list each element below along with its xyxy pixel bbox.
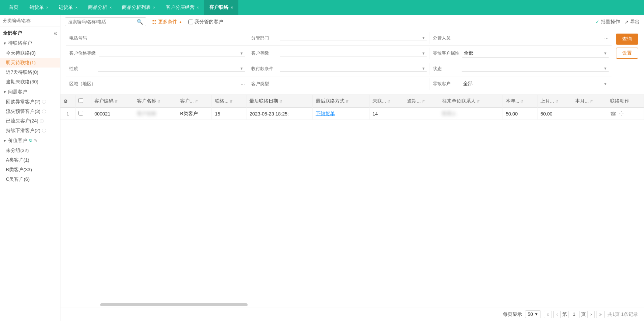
sidebar-item-declining[interactable]: 持续下滑客户(2) ⓘ <box>0 126 60 135</box>
sidebar-group-problem[interactable]: ▼ 问题客户 <box>0 87 60 97</box>
collapse-icon[interactable]: « <box>54 30 57 37</box>
col-last-contact-method-sort-icon[interactable]: ⇵ <box>346 99 349 103</box>
filter-status-select[interactable]: ▼ <box>462 66 609 72</box>
col-customer-type-sort-icon[interactable]: ⇵ <box>195 99 198 103</box>
col-this-year-sort-icon[interactable]: ⇵ <box>520 99 523 103</box>
nav-home[interactable]: 首页 <box>3 0 24 15</box>
page-last-btn[interactable]: » <box>596 311 605 318</box>
col-checkbox[interactable] <box>75 95 91 108</box>
sidebar-item-repurchase-abnormal[interactable]: 回购异常客户(2) ⓘ <box>0 97 60 107</box>
nav-purchase[interactable]: 进货单 × <box>53 0 83 15</box>
col-last-contact-date-sort-icon[interactable]: ⇵ <box>279 99 282 103</box>
col-last-contact-method-label: 最后联络方式 <box>316 98 344 104</box>
nav-product-analysis-list-close[interactable]: × <box>153 5 155 10</box>
value-edit-icon[interactable]: ✎ <box>34 138 38 143</box>
nav-product-analysis-close[interactable]: × <box>109 5 112 10</box>
filter-manager-dots[interactable]: ··· <box>604 35 609 41</box>
filter-retail-customer-select[interactable]: 全部 ▼ <box>462 80 609 88</box>
sidebar-item-unclassified[interactable]: 未分组(32) <box>0 146 60 155</box>
sidebar-group-value[interactable]: ▼ 价值客户 ↻ ✎ <box>0 135 60 146</box>
batch-op-btn[interactable]: ✓ 批量操作 <box>595 18 620 25</box>
sidebar-item-week[interactable]: 近7天待联络(0) <box>0 68 60 77</box>
sidebar-item-tomorrow[interactable]: 明天待联络(1) <box>0 58 60 68</box>
cell-checkbox[interactable] <box>75 108 91 120</box>
filter-region-dots[interactable]: ··· <box>241 81 245 87</box>
sidebar-item-today[interactable]: 今天待联络(0) <box>0 48 60 58</box>
nav-customer-contact[interactable]: 客户联络 × <box>204 0 238 15</box>
col-customer-name-sort-icon[interactable]: ⇵ <box>157 99 160 103</box>
pending-arrow: ▼ <box>3 41 7 45</box>
search-icon[interactable]: 🔍 <box>137 19 143 25</box>
col-not-contacted-sort-icon[interactable]: ⇵ <box>387 99 390 103</box>
col-settings[interactable]: ⚙ <box>60 95 75 108</box>
filter-retail-attr-select[interactable]: 全部 ▼ <box>462 49 609 58</box>
sidebar-group-pending[interactable]: ▼ 待联络客户 <box>0 38 60 48</box>
sidebar-item-churn-warning[interactable]: 流失预警客户(3) ⓘ <box>0 107 60 116</box>
sidebar-item-class-b[interactable]: B类客户(33) <box>0 165 60 175</box>
scroll-thumb[interactable] <box>100 303 248 306</box>
nav-sales-close[interactable]: × <box>46 5 48 10</box>
filter-customer-type-label: 客户类型 <box>251 81 277 87</box>
filter-retail-attr-value: 全部 <box>464 50 473 56</box>
toolbar-right: ✓ 批量操作 ↗ 导出 <box>595 18 640 25</box>
nav-product-analysis-list[interactable]: 商品分析列表 × <box>117 0 160 15</box>
sidebar-item-class-a[interactable]: A类客户(1) <box>0 155 60 165</box>
page-first-btn[interactable]: « <box>544 311 552 318</box>
action-grid-icon[interactable]: ⁛ <box>619 111 623 117</box>
nav-customer-segment[interactable]: 客户分层经营 × <box>161 0 204 15</box>
repurchase-abnormal-help-icon[interactable]: ⓘ <box>42 99 46 105</box>
last-contact-method-link[interactable]: 下销货单 <box>316 111 335 116</box>
churned-help-icon[interactable]: ⓘ <box>40 118 44 124</box>
cell-last-contact-method[interactable]: 下销货单 <box>312 108 369 120</box>
col-customer-code-sort-icon[interactable]: ⇵ <box>115 99 118 103</box>
sidebar-item-churned[interactable]: 已流失客户(24) ⓘ <box>0 116 60 126</box>
nav-purchase-close[interactable]: × <box>75 5 77 10</box>
settings-icon[interactable]: ⚙ <box>63 99 68 104</box>
set-btn[interactable]: 设置 <box>616 48 638 59</box>
filter-price-level-label: 客户价格等级 <box>69 50 96 56</box>
retail-customer-arrow: ▼ <box>603 82 607 86</box>
my-customers-checkbox-area[interactable]: 我分管的客户 <box>188 18 223 25</box>
filter-phone-input[interactable] <box>98 37 245 39</box>
value-refresh-icon[interactable]: ↻ <box>29 138 32 143</box>
problem-arrow: ▼ <box>3 90 7 94</box>
nav-customer-segment-close[interactable]: × <box>197 5 199 10</box>
filter-payment-select[interactable]: ▼ <box>280 66 427 72</box>
cell-customer-code: 000021 <box>91 108 134 120</box>
filter-customer-level-select[interactable]: ▼ <box>280 51 427 56</box>
export-btn[interactable]: ↗ 导出 <box>624 18 640 25</box>
filter-dept-select[interactable]: ▼ <box>280 35 427 41</box>
filter-cell-manager: 分管人员 ··· <box>430 32 612 44</box>
col-this-month-sort-icon[interactable]: ⇵ <box>590 99 593 103</box>
nav-product-analysis[interactable]: 商品分析 × <box>83 0 117 15</box>
page-prev-btn[interactable]: ‹ <box>553 311 561 318</box>
select-all-checkbox[interactable] <box>78 98 83 103</box>
page-size-select[interactable]: 50 ▼ <box>525 310 540 318</box>
page-next-btn[interactable]: › <box>587 311 595 318</box>
col-overdue-sort-icon[interactable]: ⇵ <box>422 99 425 103</box>
page-input[interactable] <box>568 311 580 318</box>
row-checkbox[interactable] <box>78 111 83 115</box>
declining-help-icon[interactable]: ⓘ <box>42 128 46 134</box>
col-past-unit-contact-sort-icon[interactable]: ⇵ <box>477 99 480 103</box>
sidebar-item-overdue[interactable]: 逾期未联络(30) <box>0 77 60 87</box>
col-contact-count-sort-icon[interactable]: ⇵ <box>230 99 232 103</box>
table-row: 1 000021 客户名称 B类客户 15 2023-05-23 18:25: … <box>60 108 644 120</box>
nav-customer-contact-close[interactable]: × <box>231 5 233 10</box>
nav-sales-label: 销货单 <box>29 4 44 11</box>
filter-price-level-select[interactable]: ▼ <box>99 51 245 56</box>
search-input[interactable] <box>68 19 134 24</box>
sidebar-search-input[interactable] <box>3 18 58 23</box>
sidebar-item-class-c[interactable]: C类客户(6) <box>0 175 60 184</box>
filter-cell-payment: 收付款条件 ▼ <box>248 63 430 75</box>
action-phone-icon[interactable]: ☎ <box>610 111 616 117</box>
value-arrow: ▼ <box>3 139 7 143</box>
my-customers-checkbox[interactable] <box>188 20 193 24</box>
nav-sales[interactable]: 销货单 × <box>24 0 53 15</box>
filter-panel: 电话号码 分管部门 ▼ 分管人员 ··· <box>60 29 644 95</box>
col-last-month-sort-icon[interactable]: ⇵ <box>555 99 558 103</box>
filter-btn[interactable]: ☷ 更多条件 ▲ <box>149 17 185 27</box>
churn-warning-help-icon[interactable]: ⓘ <box>42 109 46 114</box>
filter-nature-select[interactable]: ▼ <box>98 66 245 72</box>
query-btn[interactable]: 查询 <box>616 34 638 45</box>
